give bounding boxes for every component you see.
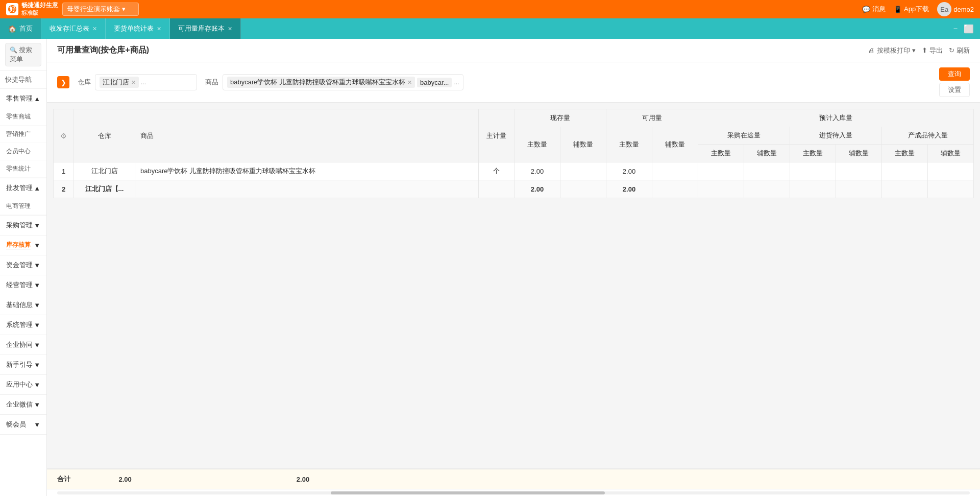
sidebar-quick-nav[interactable]: 快捷导航: [0, 71, 46, 89]
sidebar-group-purchase-header[interactable]: 采购管理 ▼: [0, 216, 46, 235]
sidebar-group-operations-header[interactable]: 经营管理 ▼: [0, 275, 46, 295]
row-unit-2: [479, 180, 514, 198]
warehouse-more[interactable]: ...: [141, 79, 146, 86]
sidebar-group-changhui-header[interactable]: 畅会员 ▼: [0, 415, 46, 434]
th-planned-inbound: 预计入库量: [698, 109, 974, 127]
content-area: 可用量查询(按仓库+商品) 🖨 按模板打印 ▾ ⬆ 导出 ↻ 刷新: [47, 39, 980, 496]
sidebar-group-basic: 基础信息 ▼: [0, 295, 46, 315]
footer-pp-main: [614, 476, 703, 483]
sidebar-item-ecommerce[interactable]: 电商管理: [0, 198, 46, 215]
th-available-main-qty: 主数量: [606, 127, 652, 162]
row-product-1: babycare学饮杯 儿童防摔防撞吸管杯重力球吸嘴杯宝宝水杯: [135, 162, 479, 180]
row-pp-main-2: [790, 180, 836, 198]
app-edition: 标准版: [21, 9, 58, 17]
query-btn[interactable]: 查询: [939, 67, 970, 81]
gear-icon[interactable]: ⚙: [60, 132, 67, 140]
sidebar-group-finance: 资金管理 ▼: [0, 255, 46, 275]
table-footer: 合计 2.00 2.00: [47, 468, 980, 489]
th-product: 商品: [135, 109, 479, 162]
sidebar-group-enterprise-header[interactable]: 企业协同 ▼: [0, 335, 46, 355]
print-icon: 🖨: [868, 46, 875, 54]
th-settings: ⚙: [54, 109, 74, 162]
tab-home[interactable]: 🏠 首页: [0, 18, 41, 39]
th-prod-main: 主数量: [882, 145, 928, 162]
row-current-main-1: 2.00: [514, 162, 560, 180]
th-prod-aux: 辅数量: [928, 145, 974, 162]
sidebar-group-wholesale-header[interactable]: 批发管理 ▲: [0, 178, 46, 198]
org-selector[interactable]: 母婴行业演示账套 ▾: [62, 3, 139, 16]
app-download-btn[interactable]: 📱 App下载: [894, 5, 929, 14]
warehouse-tag-remove[interactable]: ✕: [131, 79, 136, 86]
th-pt-aux: 辅数量: [744, 145, 790, 162]
row-warehouse-1: 江北门店: [74, 162, 135, 180]
table-row: 2 江北门店【... 2.00 2.00: [54, 180, 974, 198]
sidebar-group-appstore: 应用中心 ▼: [0, 375, 46, 395]
sidebar-group-enterprise: 企业协同 ▼: [0, 335, 46, 355]
product-tag-1-remove[interactable]: ✕: [407, 79, 412, 86]
tab-receive-summary[interactable]: 收发存汇总表 ✕: [41, 18, 106, 39]
sidebar-group-retail: 零售管理 ▲ 零售商城 营销推广 会员中心 零售统计: [0, 89, 46, 178]
sidebar-item-retail-stats[interactable]: 零售统计: [0, 160, 46, 178]
sidebar-group-appstore-header[interactable]: 应用中心 ▼: [0, 375, 46, 394]
footer-pp-aux: [703, 476, 792, 483]
sidebar-group-retail-header[interactable]: 零售管理 ▲: [0, 89, 46, 108]
row-avail-main-1: 2.00: [606, 162, 652, 180]
sidebar-group-wechat: 企业微信 ▼: [0, 395, 46, 415]
row-warehouse-2: 江北门店【...: [74, 180, 135, 198]
sidebar-group-inventory: 库存核算 ▼: [0, 235, 46, 255]
product-input[interactable]: babycare学饮杯 儿童防摔防撞吸管杯重力球吸嘴杯宝宝水杯 ✕ babyca…: [223, 74, 463, 90]
close-tab-available[interactable]: ✕: [228, 26, 232, 32]
close-tab-order[interactable]: ✕: [157, 26, 161, 32]
row-unit-1: 个: [479, 162, 514, 180]
horizontal-scrollbar[interactable]: [47, 489, 980, 496]
sidebar-group-finance-header[interactable]: 资金管理 ▼: [0, 255, 46, 275]
th-current-stock: 现存量: [514, 109, 606, 127]
filter-toggle-btn[interactable]: ❯: [57, 76, 69, 88]
row-avail-main-2: 2.00: [606, 180, 652, 198]
row-num-1: 1: [54, 162, 74, 180]
close-tab-receive[interactable]: ✕: [92, 26, 97, 32]
row-pt-main-1: [698, 162, 744, 180]
refresh-btn[interactable]: ↻ 刷新: [949, 46, 970, 55]
maximize-icon[interactable]: ⬜: [964, 24, 974, 34]
sidebar-group-basic-header[interactable]: 基础信息 ▼: [0, 295, 46, 315]
app-name: 畅捷通好生意: [21, 2, 58, 9]
row-pt-aux-1: [744, 162, 790, 180]
th-pp-aux: 辅数量: [836, 145, 882, 162]
scroll-track: [57, 491, 970, 494]
minimize-icon[interactable]: －: [951, 23, 960, 34]
sidebar-group-newbie-header[interactable]: 新手引导 ▼: [0, 355, 46, 374]
row-avail-aux-2: [652, 180, 698, 198]
settings-btn[interactable]: 设置: [939, 83, 970, 97]
scroll-thumb[interactable]: [331, 491, 604, 494]
export-btn[interactable]: ⬆ 导出: [922, 46, 943, 55]
row-current-aux-1: [560, 162, 606, 180]
search-menu-btn[interactable]: 🔍 搜索菜单: [5, 43, 41, 66]
sidebar-item-marketing[interactable]: 营销推广: [0, 126, 46, 143]
sidebar-group-system-header[interactable]: 系统管理 ▼: [0, 315, 46, 335]
row-current-main-2: 2.00: [514, 180, 560, 198]
sidebar-item-retail-shop[interactable]: 零售商城: [0, 108, 46, 126]
row-prod-aux-2: [928, 180, 974, 198]
sidebar-group-wholesale: 批发管理 ▲ 电商管理: [0, 178, 46, 216]
sidebar-group-wechat-header[interactable]: 企业微信 ▼: [0, 395, 46, 414]
tab-available-stock[interactable]: 可用量库存账本 ✕: [170, 18, 241, 39]
table-row: 1 江北门店 babycare学饮杯 儿童防摔防撞吸管杯重力球吸嘴杯宝宝水杯 个…: [54, 162, 974, 180]
svg-text:好: 好: [9, 5, 16, 13]
warehouse-input[interactable]: 江北门店 ✕ ...: [95, 74, 197, 90]
product-more[interactable]: ...: [454, 79, 459, 86]
nav-tabs: 🏠 首页 收发存汇总表 ✕ 要货单统计表 ✕ 可用量库存账本 ✕ － ⬜: [0, 18, 980, 39]
avatar: Ea: [937, 2, 951, 16]
user-profile[interactable]: Ea demo2: [937, 2, 974, 16]
footer-prod-aux: [881, 476, 970, 483]
message-btn[interactable]: 💬 消息: [862, 5, 886, 14]
download-icon: 📱: [894, 6, 902, 13]
sidebar-item-member[interactable]: 会员中心: [0, 143, 46, 160]
footer-current-main: 2.00: [81, 476, 169, 483]
th-warehouse: 仓库: [74, 109, 135, 162]
tab-order-stats[interactable]: 要货单统计表 ✕: [106, 18, 170, 39]
print-btn[interactable]: 🖨 按模板打印 ▾: [868, 46, 916, 55]
product-tag-1: babycare学饮杯 儿童防摔防撞吸管杯重力球吸嘴杯宝宝水杯 ✕: [227, 77, 415, 88]
sidebar-group-inventory-header[interactable]: 库存核算 ▼: [0, 235, 46, 255]
app-logo-icon: 好: [6, 3, 18, 15]
